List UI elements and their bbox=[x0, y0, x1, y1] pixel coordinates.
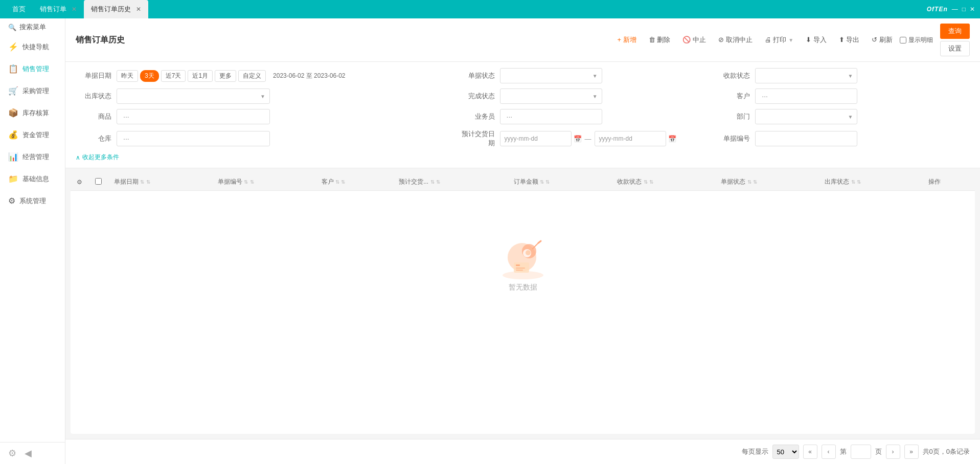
date-1month-btn[interactable]: 近1月 bbox=[188, 70, 213, 82]
customer-label: 客户 bbox=[714, 92, 755, 101]
minimize-btn[interactable]: — bbox=[952, 6, 958, 13]
col-delivery-status[interactable]: 出库状态 ⇅ bbox=[818, 173, 922, 191]
product-input[interactable]: ··· bbox=[117, 109, 270, 124]
last-page-btn[interactable]: » bbox=[904, 445, 919, 459]
customer-input[interactable]: ··· bbox=[755, 89, 857, 104]
tab-sales-order-history[interactable]: 销售订单历史 ✕ bbox=[84, 0, 148, 18]
first-page-btn[interactable]: « bbox=[803, 445, 817, 459]
col-amount[interactable]: 订单金额 ⇅ bbox=[508, 173, 611, 191]
sidebar-settings-icon[interactable]: ⚙ bbox=[8, 448, 16, 459]
delivery-date-to[interactable]: yyyy-mm-dd bbox=[595, 131, 666, 146]
sidebar-item-operations[interactable]: 📊 经营管理 bbox=[0, 146, 65, 168]
page-size-select[interactable]: 50 10 20 100 bbox=[772, 445, 799, 459]
export-btn[interactable]: ⬆ 导出 bbox=[834, 33, 865, 47]
maximize-btn[interactable]: □ bbox=[962, 6, 966, 13]
sidebar-item-inventory[interactable]: 📦 库存核算 bbox=[0, 102, 65, 124]
page-size-label: 每页显示 bbox=[742, 447, 768, 456]
col-order-no[interactable]: 单据编号 ⇅ bbox=[212, 173, 315, 191]
print-btn[interactable]: 🖨 打印 ▼ bbox=[760, 33, 799, 47]
page-label-pre: 第 bbox=[840, 447, 847, 456]
col-customer[interactable]: 客户 ⇅ bbox=[315, 173, 393, 191]
date-separator: — bbox=[585, 135, 591, 143]
pagination: 每页显示 50 10 20 100 « ‹ 第 1 页 › » 共0页，0条记录 bbox=[65, 439, 980, 464]
complete-status-select[interactable]: ▼ bbox=[500, 89, 602, 104]
date-3days-btn[interactable]: 3天 bbox=[140, 70, 159, 82]
current-page-input[interactable]: 1 bbox=[851, 445, 871, 459]
svg-rect-9 bbox=[516, 268, 525, 269]
sidebar-item-quick-nav[interactable]: ⚡ 快捷导航 bbox=[0, 36, 65, 58]
data-table: ⚙ 单据日期 ⇅ 单据编号 ⇅ bbox=[71, 173, 975, 333]
col-date[interactable]: 单据日期 ⇅ bbox=[108, 173, 212, 191]
tab-sales-order[interactable]: 销售订单 ✕ bbox=[33, 0, 84, 18]
col-order-no-label: 单据编号 bbox=[218, 178, 242, 185]
product-dots[interactable]: ··· bbox=[123, 113, 129, 121]
query-btn[interactable]: 查询 bbox=[940, 24, 970, 39]
col-delivery-date-sort-icon: ⇅ bbox=[430, 179, 435, 185]
warehouse-dots[interactable]: ··· bbox=[123, 135, 129, 143]
delete-btn-label: 🗑 删除 bbox=[649, 35, 671, 45]
import-btn[interactable]: ⬇ 导入 bbox=[801, 33, 832, 47]
refresh-btn-label: ↺ 刷新 bbox=[872, 35, 893, 45]
salesperson-dots[interactable]: ··· bbox=[507, 113, 513, 121]
sidebar-item-base-info[interactable]: 📁 基础信息 bbox=[0, 168, 65, 190]
customer-dots[interactable]: ··· bbox=[762, 92, 768, 100]
table-checkbox-th[interactable] bbox=[89, 173, 108, 191]
sidebar-item-purchase-mgmt[interactable]: 🛒 采购管理 bbox=[0, 80, 65, 102]
col-order-status[interactable]: 单据状态 ⇅ bbox=[715, 173, 818, 191]
table-settings-icon[interactable]: ⚙ bbox=[77, 179, 82, 186]
tab-home[interactable]: 首页 bbox=[5, 0, 33, 18]
purchase-mgmt-label: 采购管理 bbox=[22, 86, 49, 96]
order-status-select[interactable]: ▼ bbox=[500, 68, 602, 83]
tab-sales-order-close[interactable]: ✕ bbox=[72, 6, 77, 13]
delete-btn[interactable]: 🗑 删除 bbox=[644, 33, 676, 47]
print-arrow-icon: ▼ bbox=[788, 37, 793, 43]
delivery-status-select[interactable]: ▼ bbox=[117, 89, 270, 104]
department-arrow: ▼ bbox=[848, 114, 853, 120]
col-delivery-date[interactable]: 预计交货... ⇅ bbox=[393, 173, 507, 191]
col-order-status-label: 单据状态 bbox=[721, 178, 745, 185]
print-btn-label: 🖨 打印 bbox=[765, 35, 787, 45]
select-all-checkbox[interactable] bbox=[95, 178, 102, 185]
tab-sales-order-history-close[interactable]: ✕ bbox=[136, 6, 141, 13]
cancel-stop-btn[interactable]: ⊘ 取消中止 bbox=[713, 33, 758, 47]
cal-icon-from[interactable]: 📅 bbox=[574, 135, 582, 143]
finance-icon: 💰 bbox=[8, 130, 18, 140]
date-yesterday-btn[interactable]: 昨天 bbox=[117, 70, 138, 82]
search-menu[interactable]: 🔍 搜索菜单 bbox=[0, 18, 65, 36]
sidebar-item-sys-mgmt[interactable]: ⚙ 系统管理 bbox=[0, 190, 65, 212]
collapse-btn[interactable]: ∧ 收起更多条件 bbox=[76, 153, 970, 162]
close-btn[interactable]: ✕ bbox=[970, 6, 975, 13]
salesperson-input[interactable]: ··· bbox=[500, 109, 602, 124]
cal-icon-to[interactable]: 📅 bbox=[668, 135, 676, 143]
sidebar-item-sales-mgmt[interactable]: 📋 销售管理 bbox=[0, 58, 65, 80]
refresh-btn[interactable]: ↺ 刷新 bbox=[867, 33, 898, 47]
order-no-input[interactable] bbox=[755, 131, 857, 146]
quick-nav-label: 快捷导航 bbox=[22, 42, 49, 52]
payment-status-select[interactable]: ▼ bbox=[755, 68, 857, 83]
warehouse-input[interactable]: ··· bbox=[117, 131, 270, 146]
settings-btn[interactable]: 设置 bbox=[940, 41, 970, 56]
filter-row-1: 单据日期 昨天 3天 近7天 近1月 更多 自定义 2023-06-02 至 2… bbox=[76, 68, 970, 83]
department-select[interactable]: ▼ bbox=[755, 109, 857, 124]
show-detail-label[interactable]: 显示明细 bbox=[900, 36, 933, 45]
delivery-date-from[interactable]: yyyy-mm-dd bbox=[500, 131, 572, 146]
date-7days-btn[interactable]: 近7天 bbox=[161, 70, 186, 82]
new-btn[interactable]: + 新增 bbox=[612, 33, 642, 47]
prev-page-btn[interactable]: ‹ bbox=[822, 445, 836, 459]
date-more-btn[interactable]: 更多 bbox=[215, 70, 236, 82]
sidebar-expand-icon[interactable]: ◀ bbox=[25, 448, 32, 459]
complete-status-arrow: ▼ bbox=[592, 94, 598, 99]
stop-btn[interactable]: 🚫 中止 bbox=[677, 33, 711, 47]
col-payment-status[interactable]: 收款状态 ⇅ bbox=[611, 173, 715, 191]
sales-mgmt-icon: 📋 bbox=[8, 64, 18, 74]
sidebar-item-finance[interactable]: 💰 资金管理 bbox=[0, 124, 65, 146]
date-custom-btn[interactable]: 自定义 bbox=[238, 70, 266, 82]
date-quick-btns: 昨天 3天 近7天 近1月 更多 自定义 bbox=[117, 70, 266, 82]
col-delivery-date-label: 预计交货... bbox=[399, 178, 428, 185]
toolbar: + 新增 🗑 删除 🚫 中止 ⊘ 取消中止 🖨 打印 ▼ ⬇ 导入 bbox=[612, 24, 970, 56]
show-detail-checkbox[interactable] bbox=[900, 37, 906, 43]
show-detail-text: 显示明细 bbox=[908, 36, 933, 45]
next-page-btn[interactable]: › bbox=[886, 445, 900, 459]
salesperson-label: 业务员 bbox=[459, 112, 500, 121]
table-settings-th[interactable]: ⚙ bbox=[71, 173, 89, 191]
